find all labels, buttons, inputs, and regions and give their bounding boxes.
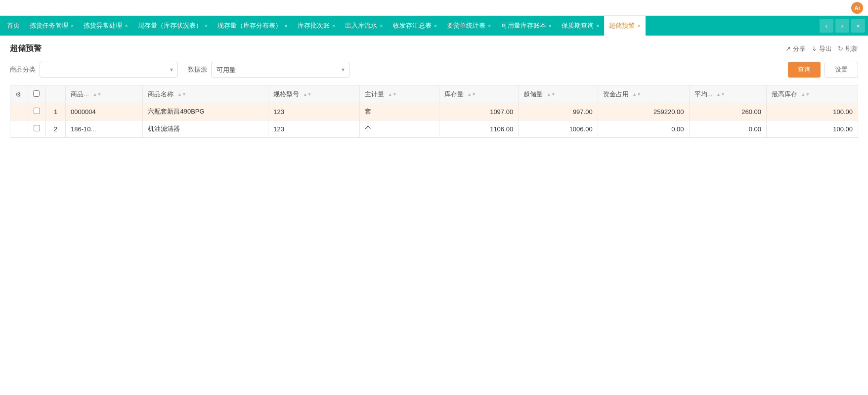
sort-overstock[interactable]: ▲▼	[547, 92, 556, 97]
nav-item-inventory-status[interactable]: 现存量（库存状况表）×	[133, 16, 213, 36]
close-icon-inout-flow[interactable]: ×	[380, 23, 383, 29]
th-overstock-label: 超储量	[523, 90, 543, 98]
nav-item-inventory-dist[interactable]: 现存量（库存分布表）×	[213, 16, 292, 36]
category-label: 商品分类	[10, 65, 36, 74]
close-icon-batch[interactable]: ×	[332, 23, 335, 29]
user-label[interactable]: Ai	[851, 2, 863, 14]
nav-item-available-ledger[interactable]: 可用量库存账本×	[496, 16, 557, 36]
nav-next-button[interactable]: ›	[835, 19, 849, 33]
nav-item-overstock-warning[interactable]: 超储预警×	[604, 16, 645, 36]
th-avg: 平均... ▲▼	[689, 86, 766, 103]
row-checkbox-1[interactable]	[34, 125, 40, 131]
th-stock: 库存量 ▲▼	[439, 86, 518, 103]
nav-item-order-stats[interactable]: 要货单统计表×	[442, 16, 496, 36]
td-num: 1	[46, 103, 66, 120]
td-stock: 1097.00	[439, 103, 518, 120]
close-icon-abnormal[interactable]: ×	[125, 23, 128, 29]
sort-max-stock[interactable]: ▲▼	[801, 92, 810, 97]
top-navigation: 首页拣货任务管理×拣货异常处理×现存量（库存状况表）×现存量（库存分布表）×库存…	[0, 16, 868, 36]
td-overstock: 1006.00	[519, 120, 598, 138]
th-max-stock-label: 最高库存	[772, 90, 797, 98]
settings-button[interactable]: 设置	[825, 62, 858, 78]
th-stock-label: 库存量	[444, 90, 464, 98]
th-spec-label: 规格型号	[273, 90, 299, 98]
nav-item-task-mgmt[interactable]: 拣货任务管理×	[25, 16, 79, 36]
td-settings	[10, 120, 28, 138]
sort-product-name[interactable]: ▲▼	[177, 92, 186, 97]
data-table: ⚙ 商品... ▲▼ 商品名称 ▲▼ 规格型号 ▲▼	[10, 85, 858, 138]
query-button[interactable]: 查询	[788, 62, 821, 78]
th-overstock: 超储量 ▲▼	[519, 86, 598, 103]
category-filter-group: 商品分类	[10, 62, 178, 78]
sort-avg[interactable]: ▲▼	[716, 92, 725, 97]
nav-item-quality[interactable]: 保质期查询×	[557, 16, 604, 36]
td-spec: 123	[268, 103, 360, 120]
share-button[interactable]: ↗ 分享	[785, 44, 806, 53]
td-product-code: 0000004	[66, 103, 143, 120]
select-all-checkbox[interactable]	[33, 90, 40, 97]
row-checkbox-0[interactable]	[34, 108, 40, 114]
table-body: 10000004六配套新昌490BPG123套1097.00997.002592…	[10, 103, 858, 138]
th-num	[46, 86, 66, 103]
table-row: 10000004六配套新昌490BPG123套1097.00997.002592…	[10, 103, 858, 120]
td-product-name: 六配套新昌490BPG	[143, 103, 268, 120]
sort-unit[interactable]: ▲▼	[388, 92, 397, 97]
td-checkbox[interactable]	[28, 120, 46, 138]
nav-item-inout-flow[interactable]: 出入库流水×	[340, 16, 388, 36]
close-icon-available-ledger[interactable]: ×	[549, 23, 552, 29]
nav-item-recv-summary[interactable]: 收发存汇总表×	[388, 16, 442, 36]
td-settings	[10, 103, 28, 120]
td-avg: 0.00	[689, 120, 766, 138]
td-capital: 0.00	[598, 120, 689, 138]
table-header: ⚙ 商品... ▲▼ 商品名称 ▲▼ 规格型号 ▲▼	[10, 86, 858, 103]
filter-area: 商品分类 数据源 可用量 实际库存 查询 设置	[10, 62, 858, 78]
nav-item-home[interactable]: 首页	[2, 16, 25, 36]
td-unit: 个	[360, 120, 439, 138]
td-checkbox[interactable]	[28, 103, 46, 120]
sort-spec[interactable]: ▲▼	[303, 92, 312, 97]
close-icon-order-stats[interactable]: ×	[488, 23, 491, 29]
settings-icon[interactable]: ⚙	[15, 91, 21, 98]
th-unit-label: 主计量	[365, 90, 384, 98]
page-header: 超储预警 ↗ 分享 ⇓ 导出 ↻ 刷新	[10, 43, 858, 54]
td-max-stock: 100.00	[766, 120, 858, 138]
td-max-stock: 100.00	[766, 103, 858, 120]
datasource-select[interactable]: 可用量 实际库存	[211, 62, 349, 78]
export-icon: ⇓	[812, 45, 817, 52]
th-product-name-label: 商品名称	[148, 90, 174, 98]
datasource-label: 数据源	[188, 65, 207, 74]
td-avg: 260.00	[689, 103, 766, 120]
th-avg-label: 平均...	[694, 90, 713, 98]
sort-product-code[interactable]: ▲▼	[92, 92, 101, 97]
close-icon-overstock-warning[interactable]: ×	[637, 23, 640, 29]
th-spec: 规格型号 ▲▼	[268, 86, 360, 103]
td-unit: 套	[360, 103, 439, 120]
nav-prev-button[interactable]: ‹	[820, 19, 833, 33]
td-spec: 123	[268, 120, 360, 138]
export-button[interactable]: ⇓ 导出	[812, 44, 832, 53]
refresh-icon: ↻	[838, 45, 843, 52]
export-label: 导出	[819, 44, 832, 53]
nav-item-batch[interactable]: 库存批次账×	[293, 16, 340, 36]
th-product-code-label: 商品...	[71, 90, 89, 98]
sort-capital[interactable]: ▲▼	[632, 92, 641, 97]
nav-more-button[interactable]: ×	[851, 19, 865, 33]
close-icon-inventory-dist[interactable]: ×	[284, 23, 287, 29]
table-row: 2186-10...机油滤清器123个1106.001006.000.000.0…	[10, 120, 858, 138]
nav-item-abnormal[interactable]: 拣货异常处理×	[79, 16, 132, 36]
close-icon-quality[interactable]: ×	[596, 23, 599, 29]
close-icon-inventory-status[interactable]: ×	[205, 23, 208, 29]
category-select[interactable]	[40, 62, 178, 78]
close-icon-task-mgmt[interactable]: ×	[71, 23, 74, 29]
refresh-label: 刷新	[845, 44, 858, 53]
close-icon-recv-summary[interactable]: ×	[434, 23, 437, 29]
sort-stock[interactable]: ▲▼	[467, 92, 476, 97]
th-product-code: 商品... ▲▼	[66, 86, 143, 103]
th-capital: 资金占用 ▲▼	[598, 86, 689, 103]
category-select-wrapper	[40, 62, 178, 78]
td-num: 2	[46, 120, 66, 138]
td-capital: 259220.00	[598, 103, 689, 120]
header-actions: ↗ 分享 ⇓ 导出 ↻ 刷新	[785, 44, 858, 53]
refresh-button[interactable]: ↻ 刷新	[838, 44, 858, 53]
datasource-select-wrapper: 可用量 实际库存	[211, 62, 349, 78]
